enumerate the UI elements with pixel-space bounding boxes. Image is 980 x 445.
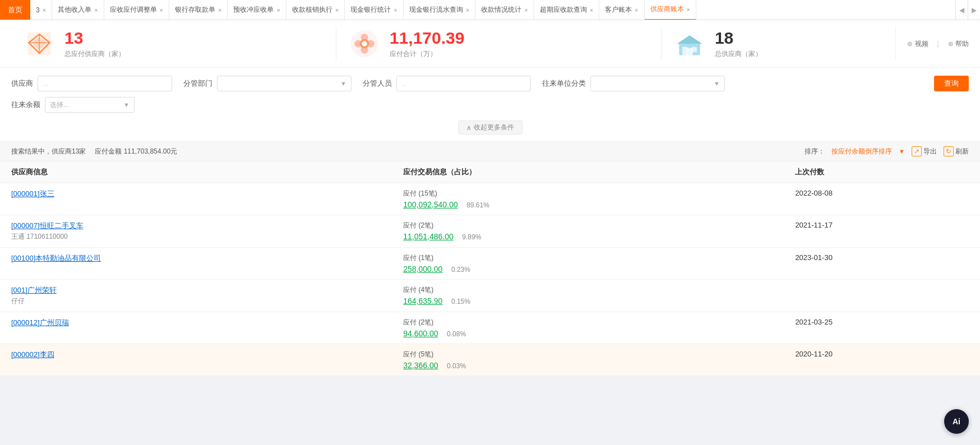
filter-department: 分管部门 ▼ <box>183 76 352 91</box>
supplier-cell: [000001]张三 <box>0 183 392 215</box>
svg-point-11 <box>362 41 367 46</box>
result-actions: 排序： 按应付余额倒序排序 ▼ ↗ 导出 ↻ 刷新 <box>805 146 969 156</box>
supplier-cell: [000007]恒旺二手叉车 王通 17106110000 <box>0 215 392 248</box>
department-select[interactable]: ▼ <box>217 76 352 91</box>
help-link[interactable]: ⊙ 帮助 <box>948 39 969 49</box>
col-supplier-info: 供应商信息 <box>0 161 392 183</box>
nav-tab-supplier-ledger[interactable]: 供应商账本 × <box>645 0 696 20</box>
close-tab-icon[interactable]: × <box>43 7 46 13</box>
supplier-sub-info: 仔仔 <box>11 296 381 306</box>
supplier-name-link[interactable]: 广州贝瑞 <box>40 318 69 327</box>
nav-tab-cash-flow[interactable]: 现金银行流水查询 × <box>404 0 475 20</box>
percentage-text: 9.89% <box>462 233 481 241</box>
supplier-name-link[interactable]: 李四 <box>40 350 54 359</box>
filter-row-2: 往来余额 选择... ▼ <box>11 97 969 113</box>
category-select[interactable]: ▼ <box>590 76 725 91</box>
last-payment-date: 2021-11-17 <box>795 221 833 229</box>
nav-tab-collection-stat[interactable]: 收款情况统计 × <box>475 0 534 20</box>
close-tab-icon[interactable]: × <box>524 7 528 13</box>
collapse-button[interactable]: ∧ 收起更多条件 <box>458 120 523 135</box>
stat1-label: 总应付供应商（家） <box>64 49 125 59</box>
close-tab-icon[interactable]: × <box>635 7 638 13</box>
close-tab-icon[interactable]: × <box>276 7 280 13</box>
home-tab[interactable]: 首页 <box>0 0 30 20</box>
supplier-link[interactable]: [001] <box>11 286 27 294</box>
percentage-text: 89.61% <box>466 201 489 209</box>
close-tab-icon[interactable]: × <box>466 7 469 13</box>
export-button[interactable]: ↗ 导出 <box>912 146 937 156</box>
supplier-cell: [00100]本特勤油品有限公司 <box>0 248 392 280</box>
main-table-area: 供应商信息 应付交易信息（占比） 上次付数 [000001]张三 应付 (15笔… <box>0 161 980 376</box>
supplier-placeholder: ... <box>43 80 48 87</box>
table-row: [000012]广州贝瑞 应付 (2笔) 94,600.00 0.08% 202… <box>0 312 980 344</box>
close-tab-icon[interactable]: × <box>687 6 690 13</box>
table-row: [001]广州荣轩 仔仔 应付 (4笔) 164,635.90 0.15% <box>0 280 980 312</box>
supplier-link[interactable]: [000012] <box>11 318 40 327</box>
payable-cell: 应付 (15笔) 100,092,540.00 89.61% <box>392 183 784 215</box>
table-row: [00100]本特勤油品有限公司 应付 (1笔) 258,000.00 0.23… <box>0 248 980 280</box>
nav-tab-adjustment[interactable]: 应收应付调整单 × <box>104 0 169 20</box>
collapse-up-icon: ∧ <box>466 124 471 132</box>
payable-cell: 应付 (5笔) 32,366.00 0.03% <box>392 344 784 376</box>
close-tab-icon[interactable]: × <box>394 7 397 13</box>
supplier-name-link[interactable]: 恒旺二手叉车 <box>40 221 84 230</box>
stat-payable-suppliers: 13 总应付供应商（家） <box>11 27 336 61</box>
nav-tab-cash-stat[interactable]: 现金银行统计 × <box>345 0 403 20</box>
nav-tab-3[interactable]: 3 × <box>30 0 52 20</box>
payable-label: 应付 (2笔) <box>403 318 773 327</box>
nav-tab-customer-ledger[interactable]: 客户账本 × <box>599 0 644 20</box>
amount-link[interactable]: 100,092,540.00 <box>403 200 457 209</box>
nav-left-arrow[interactable]: ◀ <box>955 0 968 20</box>
refresh-button[interactable]: ↻ 刷新 <box>944 146 969 156</box>
nav-tab-overdue[interactable]: 超期应收款查询 × <box>534 0 599 20</box>
supplier-input[interactable]: ... <box>38 76 172 91</box>
table-row: [000002]李四 应付 (5笔) 32,366.00 0.03% 2020-… <box>0 344 980 376</box>
nav-tab-bank-deposit[interactable]: 银行存取款单 × <box>169 0 228 20</box>
stat-payable-total: 11,170.39 应付合计（万） <box>336 27 662 61</box>
amount-link[interactable]: 11,051,486.00 <box>403 232 454 241</box>
supplier-link[interactable]: [000007] <box>11 221 40 230</box>
amount-link[interactable]: 258,000.00 <box>403 265 442 274</box>
col-last-payment: 上次付数 <box>784 161 980 183</box>
stat2-label: 应付合计（万） <box>390 49 464 59</box>
supplier-name-link[interactable]: 广州荣轩 <box>27 286 57 294</box>
balance-placeholder: 选择... <box>50 100 69 110</box>
close-tab-icon[interactable]: × <box>94 7 98 13</box>
filter-category: 往来单位分类 ▼ <box>542 76 725 91</box>
stat1-content: 13 总应付供应商（家） <box>64 29 125 59</box>
percentage-text: 0.23% <box>451 266 470 274</box>
nav-tab-other-income[interactable]: 其他收入单 × <box>52 0 104 20</box>
sort-select[interactable]: 按应付余额倒序排序 <box>831 147 892 156</box>
svg-rect-16 <box>686 48 692 55</box>
filter-balance: 往来余额 选择... ▼ <box>11 97 135 113</box>
balance-select[interactable]: 选择... ▼ <box>45 97 135 113</box>
supplier-name-link[interactable]: 本特勤油品有限公司 <box>35 254 101 262</box>
result-amount: 应付金额 111,703,854.00元 <box>95 147 177 156</box>
header-links: ⊙ 视频 | ⊙ 帮助 <box>896 39 969 49</box>
top-nav: 首页 3 × 其他收入单 × 应收应付调整单 × 银行存取款单 × 预收冲应收单… <box>0 0 980 20</box>
video-link[interactable]: ⊙ 视频 <box>907 39 928 49</box>
stat3-number: 18 <box>715 29 762 47</box>
balance-label: 往来余额 <box>11 100 40 110</box>
close-tab-icon[interactable]: × <box>590 7 593 13</box>
close-tab-icon[interactable]: × <box>218 7 221 13</box>
amount-link[interactable]: 32,366.00 <box>403 361 438 370</box>
nav-tab-prepay[interactable]: 预收冲应收单 × <box>228 0 286 20</box>
sort-arrow-icon[interactable]: ▼ <box>899 148 905 155</box>
close-tab-icon[interactable]: × <box>335 7 339 13</box>
supplier-link[interactable]: [00100] <box>11 254 35 262</box>
supplier-link[interactable]: [000001] <box>11 189 40 198</box>
sort-label: 排序： <box>805 147 825 156</box>
search-button[interactable]: 查询 <box>934 76 969 91</box>
amount-link[interactable]: 94,600.00 <box>403 329 438 338</box>
result-bar: 搜索结果中，供应商13家 应付金额 111,703,854.00元 排序： 按应… <box>0 142 980 161</box>
close-tab-icon[interactable]: × <box>160 7 163 13</box>
percentage-text: 0.03% <box>447 362 466 370</box>
person-label: 分管人员 <box>363 78 392 89</box>
nav-right-arrow[interactable]: ▶ <box>968 0 980 20</box>
supplier-link[interactable]: [000002] <box>11 350 40 359</box>
supplier-name-link[interactable]: 张三 <box>40 189 54 198</box>
person-input[interactable]: ... <box>396 76 531 91</box>
amount-link[interactable]: 164,635.90 <box>403 296 442 305</box>
nav-tab-collection[interactable]: 收款核销执行 × <box>286 0 345 20</box>
